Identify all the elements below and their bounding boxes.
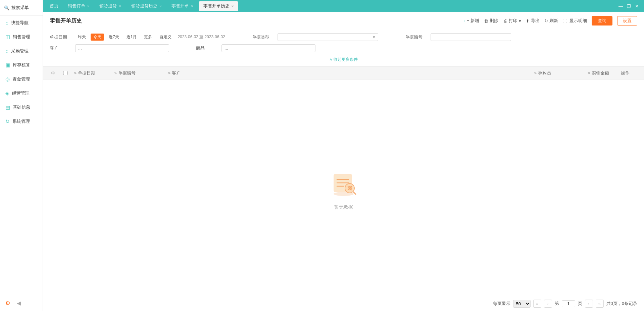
tab-close-sales-order[interactable]: × — [87, 4, 89, 8]
tab-retail-history[interactable]: 零售开单历史 × — [199, 1, 238, 11]
sidebar-search-label: 搜索采单 — [11, 5, 29, 11]
tab-close-sales-return-history[interactable]: × — [159, 4, 161, 8]
sidebar-item-finance-mgmt[interactable]: ◎ 资金管理 — [0, 72, 43, 86]
th-guide-label: 导购员 — [538, 70, 551, 76]
th-checkbox[interactable] — [60, 71, 71, 75]
page-size-select[interactable]: 50 100 200 — [513, 300, 531, 308]
settings-gear-icon[interactable]: ⚙ — [5, 300, 10, 306]
last-page-button[interactable]: » — [596, 300, 604, 308]
collapse-filters[interactable]: ∧ 收起更多条件 — [50, 55, 637, 62]
date-today[interactable]: 今天 — [91, 34, 104, 41]
th-no[interactable]: ⇅ 单据编号 — [111, 70, 165, 76]
doc-type-select[interactable]: ▾ — [278, 33, 378, 41]
total-info: 共0页，0条记录 — [606, 301, 637, 307]
th-settings[interactable]: ⚙ — [48, 70, 60, 75]
select-all-checkbox[interactable] — [63, 71, 67, 75]
query-button[interactable]: 查询 — [592, 16, 612, 25]
delete-button[interactable]: 🗑 删除 — [484, 18, 498, 24]
sidebar-item-basic-info[interactable]: ▤ 基础信息 — [0, 100, 43, 114]
info-icon: ▤ — [5, 104, 10, 110]
prev-page-button[interactable]: ‹ — [544, 300, 552, 308]
sidebar-item-sales-mgmt[interactable]: ◫ 销售管理 — [0, 30, 43, 44]
page-size-label: 每页显示 — [493, 301, 510, 307]
product-input[interactable]: ... — [221, 44, 315, 52]
filter-row-2: 客户 ... 商品 ... — [50, 44, 637, 52]
th-customer[interactable]: ⇅ 客户 — [165, 70, 531, 76]
date-filter-label: 单据日期 — [50, 34, 68, 40]
export-label: 导出 — [531, 18, 540, 24]
toolbar: + + 新增 🗑 删除 🖨 打印 ▾ ⬆ 导出 ↻ — [463, 16, 637, 25]
add-button[interactable]: + + 新增 — [463, 18, 479, 24]
customer-input[interactable]: ... — [75, 44, 169, 52]
date-1month[interactable]: 近1月 — [124, 34, 140, 41]
date-shortcuts: 昨天 今天 近7天 近1月 更多 自定义 2023-06-02 至 2023-0… — [75, 34, 225, 41]
date-custom[interactable]: 自定义 — [157, 34, 174, 41]
first-page-button[interactable]: « — [533, 300, 541, 308]
page-label: 第 — [555, 301, 559, 307]
sidebar-item-label: 采购管理 — [11, 48, 29, 54]
restore-icon[interactable]: ❐ — [627, 4, 631, 9]
sidebar-search[interactable]: 🔍 搜索采单 — [0, 0, 43, 16]
sidebar-item-label: 基础信息 — [13, 104, 30, 110]
refresh-icon: ↻ — [544, 18, 548, 23]
svg-line-10 — [353, 192, 356, 194]
pagination: 每页显示 50 100 200 « ‹ 第 页 › » 共0页，0条记录 — [43, 296, 644, 311]
sort-icon-no: ⇅ — [114, 71, 117, 75]
sidebar-item-label: 经营管理 — [12, 90, 30, 96]
close-window-icon[interactable]: ✕ — [635, 4, 639, 9]
window-controls: — ❐ ✕ — [618, 4, 641, 9]
doc-no-label: 单据编号 — [405, 34, 424, 40]
th-action-label: 操作 — [621, 70, 630, 76]
display-checkbox[interactable] — [563, 19, 567, 23]
print-label: 打印 — [509, 18, 517, 24]
th-amount-label: 实销金额 — [592, 70, 609, 76]
next-page-button[interactable]: › — [585, 300, 593, 308]
doc-no-input[interactable] — [431, 33, 511, 41]
sidebar-item-purchase-mgmt[interactable]: ○ 采购管理 — [0, 44, 43, 58]
sidebar-item-label: 资金管理 — [12, 76, 30, 82]
date-more[interactable]: 更多 — [141, 34, 155, 41]
tab-home[interactable]: 首页 — [46, 1, 62, 11]
display-button[interactable]: 显示明细 — [563, 18, 587, 24]
date-yesterday[interactable]: 昨天 — [75, 34, 89, 41]
date-7days[interactable]: 近7天 — [106, 34, 122, 41]
sidebar-item-quick-nav[interactable]: ⌂ 快捷导航 — [0, 16, 43, 30]
tab-close-retail-open[interactable]: × — [191, 4, 193, 8]
sidebar-item-sys-mgmt[interactable]: ↻ 系统管理 — [0, 114, 43, 128]
setting-button[interactable]: 设置 — [617, 16, 637, 25]
customer-filter-label: 客户 — [50, 45, 68, 51]
sidebar-item-label: 系统管理 — [12, 118, 30, 124]
refresh-button[interactable]: ↻ 刷新 — [544, 18, 558, 24]
th-date[interactable]: ⇅ 单据日期 — [71, 70, 111, 76]
delete-icon: 🗑 — [484, 18, 488, 23]
tab-retail-open[interactable]: 零售开单 × — [167, 1, 198, 11]
table-area: ⚙ ⇅ 单据日期 ⇅ 单据编号 ⇅ 客户 ⇅ 导购员 ⇅ 实销金额 — [43, 67, 644, 296]
page-number-input[interactable] — [562, 300, 575, 307]
tab-bar: 首页 销售订单 × 销货退货 × 销货退货历史 × 零售开单 × 零售开单历史 … — [43, 0, 644, 12]
th-guide[interactable]: ⇅ 导购员 — [531, 70, 572, 76]
box-icon: ▣ — [5, 62, 10, 68]
tab-sales-return-history[interactable]: 销货退货历史 × — [127, 1, 166, 11]
add-label: + 新增 — [467, 18, 479, 24]
doc-type-label: 单据类型 — [252, 34, 271, 40]
sidebar-item-operations[interactable]: ◈ 经营管理 — [0, 86, 43, 100]
page-title: 零售开单历史 — [50, 17, 82, 24]
tab-sales-order[interactable]: 销售订单 × — [63, 1, 94, 11]
th-amount[interactable]: ⇅ 实销金额 — [572, 70, 612, 76]
finance-icon: ◎ — [5, 76, 10, 82]
export-button[interactable]: ⬆ 导出 — [526, 18, 540, 24]
collapse-sidebar-icon[interactable]: ◀ — [17, 300, 21, 306]
sidebar-item-inventory[interactable]: ▣ 库存核算 — [0, 58, 43, 72]
print-button[interactable]: 🖨 打印 ▾ — [503, 18, 521, 24]
tab-close-sales-return[interactable]: × — [119, 4, 121, 8]
empty-icon — [327, 165, 360, 199]
sort-icon-amount: ⇅ — [588, 71, 590, 75]
tab-retail-history-label: 零售开单历史 — [203, 3, 230, 9]
th-customer-label: 客户 — [172, 70, 181, 76]
sys-icon: ↻ — [5, 118, 10, 124]
minimize-icon[interactable]: — — [618, 4, 623, 9]
sort-icon-guide: ⇅ — [534, 71, 537, 75]
tab-close-retail-history[interactable]: × — [232, 4, 234, 8]
add-icon: + — [463, 18, 465, 23]
tab-sales-return[interactable]: 销货退货 × — [95, 1, 126, 11]
